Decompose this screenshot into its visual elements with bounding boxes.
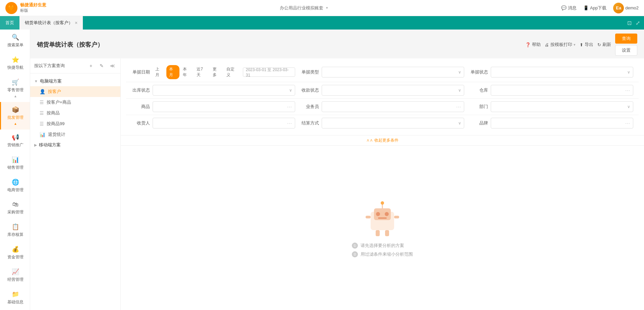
purchase-icon: 🛍 — [12, 201, 18, 208]
sidebar-item-wholesale[interactable]: 📦 批发管理 ▲ — [0, 102, 30, 130]
department-input[interactable]: ∨ — [491, 101, 633, 112]
header-industry[interactable]: 办公用品行业模拟账套 ▾ — [280, 5, 328, 11]
recipient-input[interactable]: ··· — [153, 118, 295, 128]
collapse-icon: ∧∧ — [366, 138, 373, 143]
delivery-input[interactable]: ∨ — [153, 85, 295, 96]
empty-tip-2: ② 用过滤条件来缩小分析范围 — [352, 251, 413, 257]
filter-recipient: 收货人 ··· — [131, 118, 295, 128]
date-range-display[interactable]: 2023-03-01 至 2023-03-31 — [243, 67, 295, 77]
sidebar-item-basic[interactable]: 📁 基础信息 — [0, 287, 30, 309]
sidebar-item-marketing[interactable]: 📢 营销推广 — [0, 130, 30, 152]
by-product-99-icon: ☰ — [40, 121, 44, 126]
scheme-item-return-stats[interactable]: 📊 退货统计 — [30, 129, 120, 140]
scheme-item-by-customer-product[interactable]: ☰ 按客户+商品 — [30, 97, 120, 108]
salesperson-input[interactable]: ··· — [322, 101, 464, 112]
sidebar-item-operations[interactable]: 📈 经营管理 — [0, 264, 30, 287]
sidebar-item-ecommerce[interactable]: 🌐 电商管理 — [0, 174, 30, 197]
tab-current[interactable]: 销货单统计表（按客户） × — [19, 16, 83, 30]
message-btn[interactable]: 💬 消息 — [561, 5, 577, 11]
sidebar-item-search-menu[interactable]: 🔍 搜索菜单 — [0, 30, 30, 52]
sidebar-item-retail[interactable]: 🛒 零售管理 ▲ — [0, 74, 30, 102]
sidebar-item-quick-nav[interactable]: ⭐ 快捷导航 — [0, 52, 30, 74]
export-btn[interactable]: ⬆ 导出 — [580, 42, 593, 48]
query-btn[interactable]: 查询 — [615, 34, 637, 44]
marketing-icon: 📢 — [12, 134, 19, 141]
warehouse-input[interactable]: ··· — [491, 85, 633, 96]
logo-icon: 🧡 — [5, 2, 17, 14]
date-tab-this-month[interactable]: 本月 — [166, 65, 179, 79]
payment-input[interactable]: ∨ — [322, 85, 464, 96]
tab-home[interactable]: 首页 — [0, 16, 19, 30]
scheme-item-by-customer[interactable]: 👤 按客户 — [30, 86, 120, 97]
brand-name: 畅捷通好生意 — [20, 2, 46, 8]
scheme-group-desktop-title[interactable]: ▼ 电脑端方案 — [30, 76, 120, 86]
settlement-input[interactable]: ∨ — [322, 118, 464, 128]
tab-expand-btn[interactable]: ⤢ — [634, 18, 641, 28]
department-label: 部门 — [470, 104, 488, 110]
sales-label: 销售管理 — [7, 165, 23, 170]
scheme-collapse-btn[interactable]: ≪ — [108, 62, 116, 70]
desktop-group-label: 电脑端方案 — [40, 78, 62, 84]
collapse-label: 收起更多条件 — [374, 138, 398, 143]
filter-payment: 收款状态 ∨ — [301, 85, 464, 96]
search-menu-icon: 🔍 — [12, 34, 19, 41]
app-download-label: App下载 — [590, 5, 606, 11]
brand-input[interactable]: ··· — [491, 118, 633, 128]
tab-minimize-btn[interactable]: ⊡ — [626, 18, 633, 28]
print-btn[interactable]: 🖨 按模板打印 ▾ — [545, 42, 576, 48]
basic-label: 基础信息 — [7, 299, 23, 305]
svg-rect-8 — [385, 230, 389, 236]
sidebar-item-purchase[interactable]: 🛍 采购管理 — [0, 197, 30, 219]
scheme-edit-btn[interactable]: ✎ — [98, 62, 106, 70]
help-icon: ❓ — [525, 42, 531, 47]
page-header: 销货单统计表（按客户） ❓ 帮助 🖨 按模板打印 ▾ ⬆ 导出 ↻ 刷新 — [30, 30, 644, 58]
return-stats-icon: 📊 — [40, 132, 45, 137]
settlement-label: 结算方式 — [301, 120, 319, 126]
print-icon: 🖨 — [545, 42, 549, 47]
by-product-icon: ☰ — [40, 110, 44, 116]
scheme-add-btn[interactable]: + — [87, 62, 95, 70]
sidebar-item-finance[interactable]: 💰 资金管理 — [0, 242, 30, 264]
retail-label: 零售管理 — [7, 87, 23, 93]
ecommerce-label: 电商管理 — [7, 187, 23, 193]
empty-icon — [362, 198, 402, 239]
setting-btn[interactable]: 设置 — [615, 45, 637, 56]
department-arrow: ∨ — [627, 104, 630, 109]
sidebar-item-sales[interactable]: 📊 销售管理 — [0, 152, 30, 174]
page-title: 销货单统计表（按客户） — [37, 41, 103, 49]
user-area[interactable]: Ea demo2 — [613, 3, 639, 13]
by-customer-label: 按客户 — [48, 89, 61, 95]
help-btn[interactable]: ❓ 帮助 — [525, 42, 541, 48]
download-icon: 📱 — [583, 5, 589, 10]
refresh-btn[interactable]: ↻ 刷新 — [597, 42, 611, 48]
quick-nav-icon: ⭐ — [12, 56, 19, 63]
product-more: ··· — [287, 104, 292, 109]
payment-label: 收款状态 — [301, 87, 319, 93]
top-header: 🧡 畅捷通好生意 标版 办公用品行业模拟账套 ▾ 💬 消息 📱 App下载 Ea… — [0, 0, 644, 16]
sidebar-item-inventory[interactable]: 📋 库存核算 — [0, 219, 30, 242]
date-tab-last-month[interactable]: 上月 — [153, 65, 166, 79]
date-tab-this-year[interactable]: 本年 — [180, 65, 193, 79]
warehouse-label: 仓库 — [470, 87, 488, 93]
product-input[interactable]: ··· — [153, 101, 295, 112]
doc-type-input[interactable]: ∨ — [322, 67, 464, 78]
date-tab-7days[interactable]: 近7天 — [194, 65, 209, 79]
app-download-btn[interactable]: 📱 App下载 — [583, 5, 606, 11]
svg-point-10 — [381, 201, 384, 205]
scheme-item-by-product-99[interactable]: ☰ 按商品99 — [30, 118, 120, 129]
left-panel-header: 按以下方案查询 + ✎ ≪ — [30, 58, 120, 73]
scheme-group-mobile-title[interactable]: ▶ 移动端方案 — [30, 140, 120, 150]
tab-home-label: 首页 — [5, 20, 14, 26]
tab-close-btn[interactable]: × — [75, 20, 77, 25]
date-tab-custom[interactable]: 自定义 — [224, 65, 241, 79]
tip-label-2: 用过滤条件来缩小分析范围 — [361, 251, 413, 257]
return-stats-label: 退货统计 — [48, 132, 65, 138]
industry-chevron: ▾ — [326, 6, 328, 10]
filter-brand: 品牌 ··· — [470, 118, 633, 128]
doc-status-input[interactable]: ∨ — [491, 67, 633, 78]
tip-num-1: ① — [352, 243, 358, 249]
date-tab-more[interactable]: 更多 — [210, 65, 223, 79]
collapse-bar[interactable]: ∧∧ 收起更多条件 — [121, 136, 644, 146]
scheme-item-by-product[interactable]: ☰ 按商品 — [30, 108, 120, 118]
finance-icon: 💰 — [12, 246, 19, 253]
